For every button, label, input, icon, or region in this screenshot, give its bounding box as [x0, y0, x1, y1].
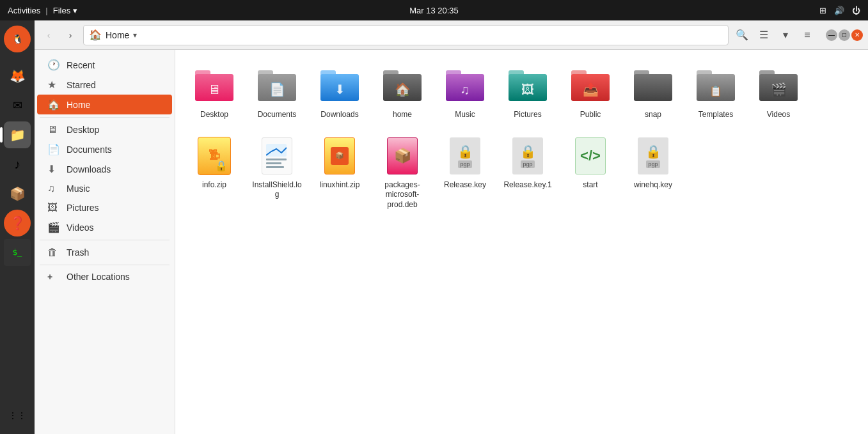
file-installshield-icon: [256, 136, 297, 176]
file-start-label: start: [583, 180, 597, 190]
taskbar-apps-icon[interactable]: ⋮⋮: [4, 402, 31, 429]
folder-teal-base: 🖼: [509, 70, 547, 101]
file-release-key-1-icon: 🔒 pgp: [507, 136, 548, 176]
taskbar-music-icon[interactable]: ♪: [4, 151, 31, 178]
sidebar-divider-2: [40, 240, 170, 240]
folder-music[interactable]: ♫ Music: [436, 60, 494, 125]
pgp-badge: pgp: [458, 160, 471, 168]
folder-snap[interactable]: snap: [624, 60, 682, 125]
pictures-icon: 🖼: [47, 202, 60, 213]
files-menu[interactable]: Files ▾: [53, 6, 77, 15]
taskbar-help-icon[interactable]: ❓: [4, 210, 31, 236]
folder-videos[interactable]: 🎬 Videos: [750, 60, 807, 125]
folder-pictures-icon: 🖼: [507, 65, 548, 106]
sidebar-item-pictures-label: Pictures: [67, 203, 99, 213]
sidebar-item-documents[interactable]: 📄 Documents: [37, 139, 172, 159]
pgp-winehq-badge: pgp: [646, 160, 659, 168]
activities-button[interactable]: Activities: [8, 6, 40, 15]
sidebar-item-desktop-label: Desktop: [67, 125, 99, 135]
sound-icon[interactable]: 🔊: [834, 6, 844, 15]
taskbar-software-icon[interactable]: 📦: [4, 180, 31, 207]
taskbar-firefox-icon[interactable]: 🦊: [4, 63, 31, 89]
location-home-icon: 🏠: [89, 29, 102, 41]
file-installshield-log[interactable]: InstallShield.log: [248, 130, 306, 215]
folder-desktop[interactable]: 🖥 Desktop: [185, 60, 243, 125]
location-dropdown-arrow[interactable]: ▾: [133, 31, 137, 40]
minimize-button[interactable]: —: [826, 29, 837, 41]
back-button[interactable]: ‹: [40, 26, 58, 44]
linuxhint-zip-icon: 📦: [324, 137, 355, 174]
sidebar-item-downloads[interactable]: ⬇ Downloads: [37, 159, 172, 179]
file-info-zip-label: info.zip: [202, 180, 226, 190]
zip-lock-icon: 🔒: [215, 160, 228, 172]
sidebar-item-starred[interactable]: ★ Starred: [37, 75, 172, 95]
folder-music-icon: ♫: [445, 65, 485, 106]
sidebar-item-trash-label: Trash: [67, 247, 89, 258]
maximize-button[interactable]: □: [839, 29, 850, 41]
file-start[interactable]: </> start: [562, 130, 619, 215]
file-installshield-label: InstallShield.log: [251, 180, 303, 200]
power-icon[interactable]: ⏻: [852, 6, 860, 15]
folder-home[interactable]: 🏠 home: [374, 60, 431, 125]
file-linuxhint-icon: 📦: [319, 136, 360, 176]
folder-public[interactable]: 📤 Public: [562, 60, 619, 125]
sidebar-item-starred-label: Starred: [67, 80, 96, 90]
view-list-button[interactable]: ☰: [754, 26, 773, 45]
folder-body: [634, 74, 672, 101]
taskbar-messaging-icon[interactable]: ✉: [4, 92, 31, 119]
headerbar: ‹ › 🏠 Home ▾ 🔍 ☰ ▾ ≡ — □ ✕: [35, 20, 868, 50]
file-linuxhint-zip[interactable]: 📦 linuxhint.zip: [311, 130, 368, 215]
sidebar-item-home[interactable]: 🏠 Home: [37, 95, 172, 114]
log-graph: [266, 144, 287, 157]
folder-blue-base: ⬇: [320, 70, 359, 101]
file-release-key[interactable]: 🔒 pgp Release.key: [436, 130, 494, 215]
close-button[interactable]: ✕: [851, 29, 863, 41]
deb-file-icon: 📦: [387, 137, 418, 174]
view-dropdown-button[interactable]: ▾: [776, 26, 795, 45]
network-icon[interactable]: ⊞: [819, 6, 826, 15]
folder-templates[interactable]: 📋 Templates: [687, 60, 745, 125]
log-line-1: [266, 159, 287, 160]
linuxhint-overlay: 📦: [331, 147, 349, 165]
sidebar-item-videos[interactable]: 🎬 Videos: [37, 217, 172, 237]
deb-icon-symbol: 📦: [394, 148, 411, 164]
pgp-lock-symbol: 🔒: [457, 144, 473, 159]
sidebar-item-pictures[interactable]: 🖼 Pictures: [37, 198, 172, 217]
file-info-zip[interactable]: 🗜 🔒 info.zip: [185, 130, 243, 215]
sidebar-item-recent[interactable]: 🕐 Recent: [37, 55, 172, 75]
search-button[interactable]: 🔍: [732, 26, 752, 45]
file-grid: 🖥 Desktop 📄 Documents: [175, 50, 868, 434]
taskbar-files-icon[interactable]: 📁: [4, 121, 31, 148]
pgp-key-icon: 🔒 pgp: [450, 137, 480, 174]
folder-downloads[interactable]: ⬇ Downloads: [311, 60, 368, 125]
taskbar-ubuntu-icon[interactable]: 🐧: [4, 26, 31, 52]
file-winehq-key[interactable]: 🔒 pgp winehq.key: [624, 130, 682, 215]
sidebar: 🕐 Recent ★ Starred 🏠 Home 🖥 Desktop 📄 Do…: [35, 50, 175, 434]
menu-button[interactable]: ≡: [798, 26, 817, 45]
html-symbol: </>: [580, 148, 601, 164]
sidebar-item-other-locations[interactable]: + Other Locations: [37, 268, 172, 286]
folder-templates-base: 📋: [697, 70, 735, 101]
folder-music-label: Music: [455, 110, 475, 120]
folder-home-label: home: [393, 110, 412, 120]
folder-templates-label: Templates: [698, 110, 734, 120]
folder-gray-base: 📄: [258, 70, 296, 101]
file-release-key-1[interactable]: 🔒 pgp Release.key.1: [499, 130, 556, 215]
forward-button[interactable]: ›: [61, 26, 79, 44]
sidebar-item-desktop[interactable]: 🖥 Desktop: [37, 120, 172, 139]
sidebar-item-music[interactable]: ♫ Music: [37, 179, 172, 198]
folder-pictures[interactable]: 🖼 Pictures: [499, 60, 556, 125]
folder-documents[interactable]: 📄 Documents: [248, 60, 306, 125]
sidebar-divider-1: [40, 117, 170, 118]
taskbar-terminal-icon[interactable]: $_: [4, 239, 31, 266]
folder-videos-icon: 🎬: [758, 65, 799, 106]
home-icon: 🏠: [47, 98, 60, 111]
folder-desktop-label: Desktop: [200, 110, 228, 120]
file-packages-deb[interactable]: 📦 packages-microsoft-prod.deb: [374, 130, 431, 215]
pgp-lock-1-symbol: 🔒: [520, 144, 536, 159]
file-linuxhint-label: linuxhint.zip: [320, 180, 360, 190]
downloads-icon: ⬇: [47, 163, 60, 175]
sidebar-item-trash[interactable]: 🗑 Trash: [37, 243, 172, 262]
files-menu-label: Files: [53, 6, 70, 15]
file-winehq-label: winehq.key: [634, 180, 672, 190]
